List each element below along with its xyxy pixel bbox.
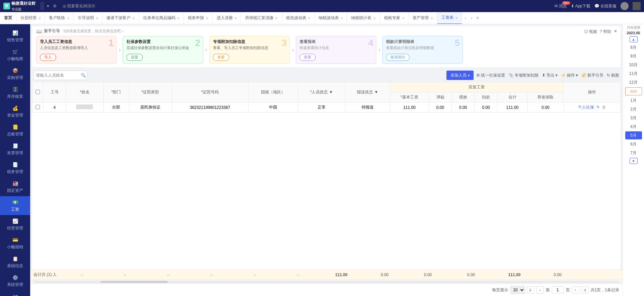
action-edit-icon[interactable]: ✎	[596, 105, 600, 110]
scroll-thumb[interactable]	[101, 281, 168, 283]
refresh-btn[interactable]: ↻ 刷新	[607, 73, 619, 78]
tab-close-tax-stat[interactable]: ×	[373, 16, 375, 20]
tab-close-product-code[interactable]: ×	[177, 16, 179, 20]
sidebar-item-operations[interactable]: 📈 经营管理	[0, 215, 30, 234]
month-item-6[interactable]: 6月	[625, 140, 642, 148]
tab-customer[interactable]: 客户联络 ×	[45, 12, 73, 24]
month-item-4[interactable]: 4月	[625, 123, 642, 131]
sidebar-item-fixed-asset[interactable]: 🏭 固定资产	[0, 177, 30, 196]
month-item-10[interactable]: 10月	[625, 61, 642, 69]
month-item-9[interactable]: 9月	[625, 52, 642, 60]
tab-close-asset[interactable]: ×	[431, 16, 433, 20]
prev-page-btn[interactable]: ‹	[536, 286, 544, 294]
user-menu[interactable]	[633, 2, 641, 10]
tab-close-tax-expert[interactable]: ×	[402, 16, 404, 20]
scroll-track[interactable]	[34, 281, 619, 283]
app-download-btn[interactable]: ⬇ App下载	[571, 3, 590, 9]
social-insurance-btn[interactable]: ⚙ 统一社保设置	[476, 73, 505, 78]
guide-step-btn-1[interactable]: 导入	[40, 54, 56, 61]
month-item-7[interactable]: 7月	[625, 149, 642, 157]
month-item-5[interactable]: 5月	[625, 131, 642, 139]
tab-close-income-tax[interactable]: ×	[275, 16, 277, 20]
tab-close-tax-burden[interactable]: ×	[308, 16, 310, 20]
guide-help-btn[interactable]: ? 帮助	[600, 29, 611, 35]
sidebar-item-inventory[interactable]: 🗄️ 库存核算	[0, 83, 30, 102]
sidebar-item-ecommerce[interactable]: 🛒 小畅电商	[0, 46, 30, 65]
batch-action-btn[interactable]: ⚡ 操作 ▾	[561, 73, 578, 78]
tab-tax-expert[interactable]: 税检专家 ×	[380, 12, 409, 24]
tab-close-invite[interactable]: ×	[132, 16, 135, 20]
page-input[interactable]	[552, 286, 564, 294]
select-all-checkbox[interactable]	[36, 90, 40, 94]
search-box[interactable]: 🔍	[34, 71, 87, 80]
tab-tax-report[interactable]: 税务申报 ×	[184, 12, 212, 24]
tab-close-tax-report[interactable]: ×	[206, 16, 208, 20]
guide-step-btn-4[interactable]: 查看	[300, 54, 316, 61]
tab-home[interactable]: 首页	[0, 12, 16, 24]
sidebar-item-expense[interactable]: 💳 小畅报销	[0, 234, 30, 253]
sidebar-item-finance[interactable]: 💰 资金管理	[0, 102, 30, 121]
tab-layered[interactable]: 分层经营 ×	[16, 12, 45, 24]
month-item-11[interactable]: 11月	[625, 70, 642, 78]
tab-guide[interactable]: 引导说明 ×	[74, 12, 102, 24]
tab-close-payroll[interactable]: ×	[455, 16, 458, 20]
user-avatar[interactable]	[621, 2, 629, 10]
month-item-2[interactable]: 2月	[625, 105, 642, 113]
month-item-12[interactable]: 12月	[625, 78, 642, 86]
table-scrollbar[interactable]	[30, 280, 623, 284]
tab-next-btn[interactable]: ›	[469, 12, 475, 24]
search-input[interactable]	[36, 73, 79, 78]
month-scroll-down-btn[interactable]: ▼	[630, 158, 638, 164]
sidebar-item-sales[interactable]: 📊 销售管理	[0, 27, 30, 46]
tab-prev-btn[interactable]: ‹	[463, 12, 469, 24]
month-item-8[interactable]: 8月	[625, 43, 642, 51]
guide-step-btn-3[interactable]: 查看	[213, 54, 229, 61]
sidebar-item-invoice[interactable]: 🧾 发票管理	[0, 140, 30, 159]
sidebar-item-payroll[interactable]: 💵 工资	[0, 196, 30, 215]
add-employee-btn[interactable]: 添加人员 ▾	[446, 71, 474, 80]
action-delete-icon[interactable]: 🗑	[602, 105, 606, 110]
message-btn[interactable]: ✉ 消息 99+	[554, 3, 567, 9]
sidebar-item-collab[interactable]: 👥 企业协同	[0, 290, 30, 296]
company-selector[interactable]	[40, 2, 44, 10]
online-service-btn[interactable]: 💬 在线客服	[594, 3, 616, 9]
sidebar-item-system[interactable]: ⚙️ 系统管理	[0, 271, 30, 290]
tab-close-customer[interactable]: ×	[67, 16, 69, 20]
tab-income-tax[interactable]: 所得税汇算清缴 ×	[241, 12, 282, 24]
sidebar-item-purchase[interactable]: 📦 采购管理	[0, 65, 30, 83]
tab-close-layered[interactable]: ×	[39, 16, 41, 20]
next-page-btn[interactable]: ›	[572, 286, 579, 294]
sidebar-item-tax[interactable]: 📑 税务管理	[0, 159, 30, 177]
guide-step-btn-2[interactable]: 设置	[126, 54, 143, 61]
tab-tax-burden[interactable]: 税负波动表 ×	[282, 12, 315, 24]
tab-payroll[interactable]: 工资表 ×	[437, 12, 462, 24]
demo-link[interactable]: ◎ 我要看实例演示	[63, 3, 95, 9]
tab-close-all-btn[interactable]: ✕	[475, 12, 481, 24]
month-item-1[interactable]: 1月	[625, 96, 642, 104]
export-btn[interactable]: ⬆ 导出 ▾	[542, 73, 557, 78]
sidebar-item-ledger[interactable]: 📒 总账管理	[0, 121, 30, 140]
guide-step-btn-5[interactable]: 敬请期待	[386, 54, 410, 61]
last-page-btn[interactable]: ›|	[581, 286, 589, 294]
per-page-select[interactable]: 10 20 50	[510, 286, 525, 294]
tab-tax-stat[interactable]: 纳税统计表 ×	[347, 12, 380, 24]
tab-clearance[interactable]: 进入清册 ×	[213, 12, 241, 24]
tab-product-code[interactable]: 往来单位商品编码 ×	[139, 12, 184, 24]
company-dropdown[interactable]: ▾	[47, 4, 49, 8]
settings-icon[interactable]: ⚙	[53, 4, 57, 8]
guide-video-btn[interactable]: ◎ 视频	[584, 29, 597, 35]
tab-close-pay-fluctuation[interactable]: ×	[341, 16, 343, 20]
personal-insurance-btn[interactable]: 个人社保	[578, 105, 594, 110]
row-select-checkbox[interactable]	[36, 105, 40, 109]
sidebar-item-basic-info[interactable]: 📋 基础信息	[0, 253, 30, 271]
tab-asset[interactable]: 资产管理 ×	[409, 12, 437, 24]
tab-pay-fluctuation[interactable]: 纳税波动表 ×	[315, 12, 347, 24]
guide-close-btn[interactable]: ✕	[614, 29, 617, 35]
special-deduction-btn[interactable]: 📎 专项附加扣除	[508, 73, 539, 78]
newbie-guide-btn[interactable]: 🧭 新手引导	[581, 73, 603, 78]
tab-invite[interactable]: 邀请下游客户 ×	[102, 12, 139, 24]
tab-close-guide[interactable]: ×	[96, 16, 98, 20]
first-page-btn[interactable]: |‹	[527, 286, 534, 294]
month-scroll-up-btn[interactable]: ▲	[630, 36, 638, 42]
month-item-3[interactable]: 3月	[625, 114, 642, 122]
